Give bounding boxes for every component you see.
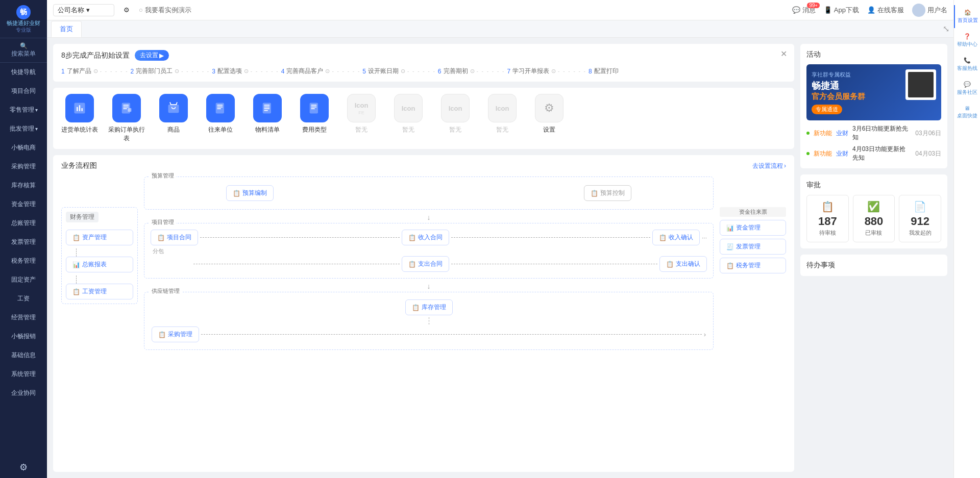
flow-salary-manage[interactable]: 📋 工资管理 <box>66 284 133 299</box>
right-sidebar-item-community[interactable]: 💬 服务社区 <box>954 77 980 100</box>
sidebar-item-ledger[interactable]: 总账管理 <box>0 214 47 233</box>
supply-section: 供应链管理 📋 库存管理 📋 <box>144 292 714 350</box>
flow-income-contract[interactable]: 📋 收入合同 <box>402 230 449 245</box>
sidebar-item-enterprise[interactable]: 企业协同 <box>0 384 47 402</box>
ellipsis-1: ··· <box>702 234 707 241</box>
user-avatar[interactable]: 用户名 <box>912 4 947 17</box>
approval-title: 审批 <box>806 181 941 190</box>
asset-icon: 📋 <box>72 234 80 241</box>
sidebar-item-ecom[interactable]: 小畅电商 <box>0 138 47 157</box>
sidebar-item-wholesale[interactable]: 批发管理 ▾ <box>0 119 47 138</box>
flow-settings-link[interactable]: 去设置流程 › <box>752 162 786 170</box>
icon-item-settings[interactable]: ⚙ 设置 <box>529 94 570 143</box>
icon-item-expense-type[interactable]: 费用类型 <box>294 94 335 143</box>
tab-home[interactable]: 首页 <box>51 21 82 37</box>
sidebar-item-fixed-assets[interactable]: 固定资产 <box>0 270 47 289</box>
icon-item-empty-3[interactable]: Icon 暂无 <box>435 94 476 143</box>
flow-asset-manage[interactable]: 📋 资产管理 <box>66 230 133 245</box>
company-selector[interactable]: 公司名称 ▾ <box>53 4 114 16</box>
approval-mine[interactable]: 📄 912 我发起的 <box>899 195 941 242</box>
right-sidebar-item-help[interactable]: ❓ 帮助中心 <box>954 29 980 52</box>
sidebar-item-fund[interactable]: 资金管理 <box>0 195 47 214</box>
sidebar-search[interactable]: 🔍 搜索菜单 <box>0 38 47 63</box>
step-6[interactable]: 6 完善期初 ⊙ <box>438 67 475 76</box>
right-sidebar-item-hotline[interactable]: 📞 客服热线 <box>954 53 980 76</box>
sidebar-item-project[interactable]: 项目合同 <box>0 82 47 100</box>
company-dropdown-icon: ▾ <box>86 6 90 14</box>
step-3[interactable]: 3 配置选项 ⊙ <box>212 67 249 76</box>
step-1[interactable]: 1 了解产品 ⊙ <box>61 67 98 76</box>
settings-gear-button[interactable]: ⚙ <box>119 5 134 15</box>
approval-done[interactable]: ✅ 880 已审核 <box>853 195 895 242</box>
fund-source-label: 资金往来票 <box>720 207 786 217</box>
flow-expense-confirm[interactable]: 📋 支出确认 <box>659 256 707 272</box>
message-button[interactable]: 💬 消息 99+ <box>792 6 816 15</box>
flow-invoice-manage[interactable]: 🧾 发票管理 <box>720 239 786 255</box>
sidebar-item-system[interactable]: 系统管理 <box>0 365 47 384</box>
demo-link-text: 我要看实例演示 <box>145 6 191 15</box>
demo-link[interactable]: ○ 我要看实例演示 <box>139 6 191 15</box>
flow-general-report[interactable]: 📊 总账报表 <box>66 257 133 272</box>
icon-item-bom[interactable]: 物料清单 <box>247 94 288 143</box>
flow-center-col: 预算管理 📋 预算编制 📋 预算控制 <box>144 177 714 354</box>
report-icon: 📊 <box>72 261 80 268</box>
flow-purchase-manage[interactable]: 📋 采购管理 <box>152 326 199 342</box>
sidebar-item-tax[interactable]: 税务管理 <box>0 251 47 270</box>
activity-item-2[interactable]: 新功能 业财 4月03日功能更新抢先知 04月03日 <box>806 145 941 162</box>
right-sidebar-item-home[interactable]: 🏠 首页设置 <box>954 5 980 28</box>
icon-item-po-exec[interactable]: 采购订单执行表 <box>106 94 147 143</box>
sidebar-item-purchase[interactable]: 采购管理 <box>0 157 47 176</box>
approval-pending-icon: 📋 <box>810 200 845 213</box>
flow-budget-make[interactable]: 📋 预算编制 <box>226 185 274 201</box>
approval-pending[interactable]: 📋 187 待审核 <box>806 195 849 242</box>
flow-link-arrow: › <box>784 162 786 169</box>
sidebar-item-inventory[interactable]: 库存核算 <box>0 176 47 195</box>
sidebar-item-basic[interactable]: 基础信息 <box>0 346 47 365</box>
setup-close-button[interactable]: ✕ <box>780 49 787 59</box>
sidebar-item-expense[interactable]: 小畅报销 <box>0 327 47 346</box>
right-sidebar-item-desktop[interactable]: 🖥 桌面快捷 <box>954 101 980 123</box>
flow-tax-manage[interactable]: 📋 税务管理 <box>720 258 786 273</box>
icon-item-empty-1[interactable]: Icon FE 暂无 <box>341 94 382 143</box>
icon-item-stock-stat[interactable]: 进货单统计表 <box>59 94 100 143</box>
setup-steps: 1 了解产品 ⊙ - - - - - - 2 完善部门员工 ⊙ - - - - … <box>61 67 786 76</box>
icon-label-settings: 设置 <box>543 125 555 134</box>
step-8[interactable]: 8 配置打印 <box>589 67 619 76</box>
setup-title-text: 8步完成产品初始设置 <box>61 51 130 60</box>
app-download-button[interactable]: 📱 App下载 <box>824 6 859 15</box>
icon-item-contacts[interactable]: 往来单位 <box>200 94 241 143</box>
go-settings-button[interactable]: 去设置 ▶ <box>135 50 169 61</box>
content-main: 8步完成产品初始设置 去设置 ▶ 1 了解产品 ⊙ - - - - - - 2 <box>47 38 800 478</box>
quick-nav-label: 快捷导航 <box>11 68 36 77</box>
icon-item-empty-4[interactable]: Icon 暂无 <box>482 94 523 143</box>
maximize-button[interactable]: ⤡ <box>943 24 949 34</box>
project-label: 项目管理 <box>150 218 176 226</box>
help-icon: ❓ <box>964 33 971 40</box>
sidebar-item-invoice[interactable]: 发票管理 <box>0 233 47 251</box>
activity-item-1[interactable]: 新功能 业财 3月6日功能更新抢先知 03月06日 <box>806 124 941 142</box>
sidebar-settings-button[interactable]: ⚙ <box>0 457 47 478</box>
settings-icon: ⚙ <box>19 462 28 472</box>
flow-expense-contract[interactable]: 📋 支出合同 <box>402 256 449 272</box>
online-service-button[interactable]: 👤 在线客服 <box>867 6 904 15</box>
step-7[interactable]: 7 学习开单报表 ⊙ <box>507 67 556 76</box>
flow-fund-manage[interactable]: 📊 资金管理 <box>720 220 786 236</box>
fixed-assets-label: 固定资产 <box>11 275 36 284</box>
sidebar-item-quick-nav[interactable]: 快捷导航 <box>0 63 47 82</box>
flow-budget-control[interactable]: 📋 预算控制 <box>584 185 631 201</box>
flow-income-confirm[interactable]: 📋 收入确认 <box>652 230 700 245</box>
icon-item-goods[interactable]: 商品 <box>153 94 194 143</box>
flow-project-contract[interactable]: 📋 项目合同 <box>151 230 198 245</box>
sidebar-item-payroll[interactable]: 工资 <box>0 289 47 308</box>
step-5[interactable]: 5 设开账日期 ⊙ <box>362 67 405 76</box>
step-2[interactable]: 2 完善部门员工 ⊙ <box>131 67 180 76</box>
flow-finance-col: 财务管理 📋 资产管理 📊 <box>61 177 138 354</box>
banner-cta-button[interactable]: 专属通道 <box>812 105 842 114</box>
purchase-flow-icon: 📋 <box>158 331 166 338</box>
step-4[interactable]: 4 完善商品客户 ⊙ <box>281 67 330 76</box>
icon-item-empty-2[interactable]: Icon 暂无 <box>388 94 429 143</box>
sidebar-item-retail[interactable]: 零售管理 ▾ <box>0 100 47 119</box>
go-settings-arrow: ▶ <box>159 52 164 59</box>
flow-stock-manage[interactable]: 📋 库存管理 <box>405 299 453 315</box>
sidebar-item-management[interactable]: 经营管理 <box>0 308 47 327</box>
